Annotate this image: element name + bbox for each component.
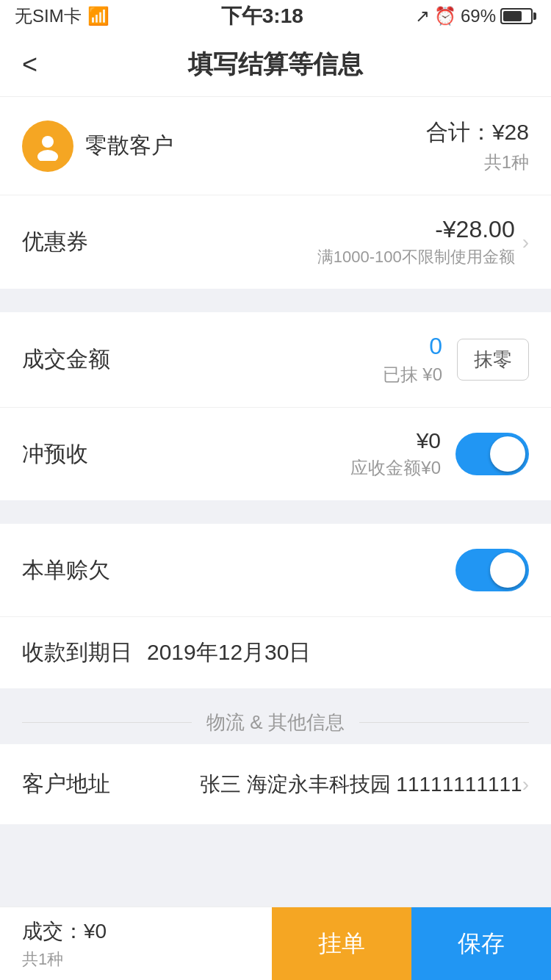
toggle-knob	[490, 436, 525, 472]
deal-amount-label: 成交金额	[22, 345, 110, 375]
status-time: 下午3:18	[221, 2, 303, 30]
chevron-right-icon: ›	[522, 231, 529, 254]
precollect-amount: ¥0 应收金额¥0	[350, 428, 441, 480]
address-chevron-icon: ›	[522, 773, 529, 796]
battery-icon	[500, 8, 536, 24]
alarm-icon: ⏰	[434, 6, 456, 26]
logistics-divider: 物流 & 其他信息	[0, 700, 551, 744]
coupon-label: 优惠券	[22, 227, 88, 257]
address-value: 张三 海淀永丰科技园 11111111111	[125, 771, 522, 799]
main-content: 零散客户 合计：¥28 共1种 优惠券 -¥28.00 满1000-100不限制…	[0, 97, 551, 980]
deal-amount-sub: 已抹 ¥0	[383, 363, 442, 386]
coupon-row[interactable]: 优惠券 -¥28.00 满1000-100不限制使用金额 ›	[0, 195, 551, 289]
bottom-deal: 成交：¥0	[22, 918, 250, 945]
hang-button[interactable]: 挂单	[272, 907, 411, 980]
customer-row: 零散客户 合计：¥28 共1种	[0, 97, 551, 195]
page-title: 填写结算等信息	[188, 48, 363, 82]
bottom-count: 共1种	[22, 948, 250, 970]
logistics-label: 物流 & 其他信息	[192, 710, 359, 735]
precollect-value: ¥0	[350, 428, 441, 453]
due-date-label: 收款到期日	[22, 638, 132, 668]
save-button[interactable]: 保存	[411, 907, 551, 980]
customer-right: 合计：¥28 共1种	[426, 118, 529, 174]
status-right: ↗ ⏰ 69%	[415, 6, 536, 26]
round-zero-button[interactable]: 抹零	[457, 339, 529, 381]
pre-collect-right: ¥0 应收金额¥0	[350, 428, 529, 480]
coupon-discount: -¥28.00	[317, 216, 515, 243]
svg-point-0	[42, 136, 54, 148]
svg-point-1	[37, 150, 58, 161]
deal-amount-right: 0 已抹 ¥0 抹零	[383, 333, 529, 386]
amount-wrap: 0 已抹 ¥0	[383, 333, 442, 386]
address-row[interactable]: 客户地址 张三 海淀永丰科技园 11111111111 ›	[0, 744, 551, 824]
status-bar: 无SIM卡 📶 下午3:18 ↗ ⏰ 69%	[0, 0, 551, 32]
pre-collect-row: 冲预收 ¥0 应收金额¥0	[0, 407, 551, 500]
customer-section: 零散客户 合计：¥28 共1种 优惠券 -¥28.00 满1000-100不限制…	[0, 97, 551, 289]
wifi-icon: 📶	[87, 6, 109, 26]
bottom-deal-amount: ¥0	[84, 920, 107, 943]
user-icon	[33, 131, 62, 161]
coupon-desc: 满1000-100不限制使用金额	[317, 246, 515, 268]
total-count: 共1种	[426, 151, 529, 174]
avatar	[22, 120, 73, 172]
credit-section: 本单赊欠 收款到期日 2019年12月30日	[0, 524, 551, 688]
location-icon: ↗	[415, 6, 430, 26]
due-date-value: 2019年12月30日	[147, 638, 311, 668]
pre-collect-toggle[interactable]	[455, 433, 529, 475]
back-button[interactable]: <	[22, 49, 37, 80]
credit-label: 本单赊欠	[22, 555, 110, 586]
coupon-right: -¥28.00 满1000-100不限制使用金额 ›	[317, 216, 529, 268]
status-left: 无SIM卡 📶	[15, 4, 109, 28]
deal-amount-value: 0	[383, 333, 442, 360]
battery-percent: 69%	[461, 6, 496, 26]
bottom-bar: 成交：¥0 共1种 挂单 保存	[0, 907, 551, 980]
deal-amount-row: 成交金额 0 已抹 ¥0 抹零	[0, 312, 551, 407]
credit-toggle[interactable]	[455, 549, 529, 591]
coupon-value-wrap: -¥28.00 满1000-100不限制使用金额	[317, 216, 515, 268]
bottom-deal-label: 成交：	[22, 920, 84, 943]
due-date-row[interactable]: 收款到期日 2019年12月30日	[0, 616, 551, 688]
precollect-sub: 应收金额¥0	[350, 456, 441, 480]
divider-2	[0, 512, 551, 524]
total-amount: 合计：¥28	[426, 118, 529, 148]
divider-1	[0, 300, 551, 312]
nav-bar: < 填写结算等信息	[0, 32, 551, 97]
bottom-info: 成交：¥0 共1种	[0, 907, 272, 980]
pre-collect-label: 冲预收	[22, 439, 88, 469]
no-sim-text: 无SIM卡	[15, 4, 82, 28]
customer-left: 零散客户	[22, 120, 173, 172]
credit-toggle-knob	[490, 552, 525, 588]
address-section: 客户地址 张三 海淀永丰科技园 11111111111 ›	[0, 744, 551, 824]
credit-row: 本单赊欠	[0, 524, 551, 616]
deal-section: 成交金额 0 已抹 ¥0 抹零 冲预收 ¥0 应收金额¥0	[0, 312, 551, 500]
customer-name: 零散客户	[85, 131, 173, 161]
address-label: 客户地址	[22, 769, 110, 799]
